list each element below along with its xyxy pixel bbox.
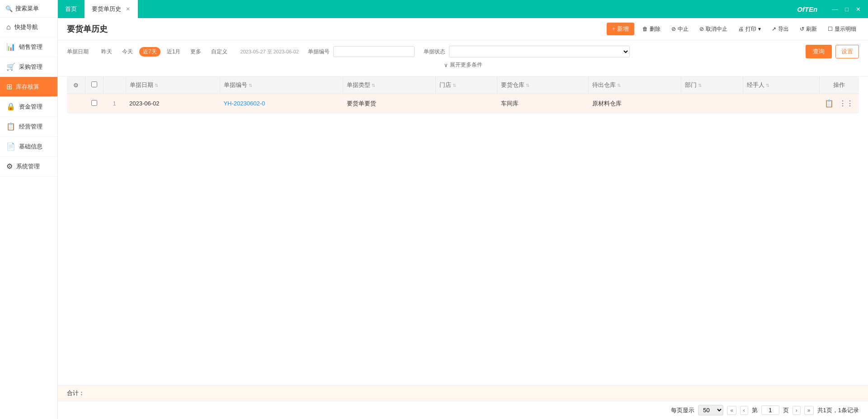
- cancel-stop-label: 取消中止: [706, 25, 727, 33]
- th-department[interactable]: 部门⇅: [681, 76, 743, 94]
- data-table: ⚙ 单据日期⇅ 单据编号⇅ 单据类型⇅ 门店⇅ 要货仓库⇅ 待出仓库⇅ 部门⇅ …: [67, 76, 859, 113]
- th-settings[interactable]: ⚙: [67, 76, 85, 94]
- date-btn-yesterday[interactable]: 昨天: [98, 47, 116, 57]
- page-header: 要货单历史 + 新增 🗑 删除 ⊘ 中止 ⊘ 取消中止 🖨 打印: [58, 18, 868, 40]
- refresh-button[interactable]: ↺ 刷新: [797, 24, 820, 35]
- cancel-stop-button[interactable]: ⊘ 取消中止: [697, 24, 730, 35]
- stop-label: 中止: [678, 25, 689, 33]
- date-btn-7days[interactable]: 近7天: [139, 47, 160, 57]
- query-button[interactable]: 查询: [806, 45, 832, 58]
- sidebar-item-operation[interactable]: 📋 经营管理: [0, 117, 57, 137]
- th-store-label: 门店: [439, 81, 451, 88]
- first-page-button[interactable]: «: [727, 406, 736, 415]
- per-page-label: 每页显示: [671, 406, 694, 414]
- top-bar: 首页 要货单历史 ✕ OfTEn — □ ✕: [58, 0, 868, 18]
- sidebar: 🔍 搜索菜单 ⌂ 快捷导航 📊 销售管理 🛒 采购管理 ⊞ 库存核算 🔒 资金管…: [0, 0, 58, 419]
- tab-history[interactable]: 要货单历史 ✕: [85, 0, 138, 18]
- cell-num: 1: [103, 94, 126, 113]
- th-req-warehouse[interactable]: 要货仓库⇅: [497, 76, 589, 94]
- table-footer: 合计：: [58, 385, 868, 401]
- stop-button[interactable]: ⊘ 中止: [669, 24, 691, 35]
- maximize-icon[interactable]: □: [845, 6, 849, 13]
- sidebar-item-inventory[interactable]: ⊞ 库存核算: [0, 77, 57, 97]
- sort-icon-doc-type: ⇅: [372, 83, 375, 88]
- expand-more-button[interactable]: ∨ 展开更多条件: [67, 58, 859, 71]
- row-more-icon[interactable]: ⋮⋮: [837, 98, 855, 109]
- page-title: 要货单历史: [67, 24, 607, 34]
- add-button[interactable]: + 新增: [607, 23, 634, 35]
- display-detail-button[interactable]: ☐ 显示明细: [825, 24, 859, 35]
- cell-store: [435, 94, 497, 113]
- date-btn-more[interactable]: 更多: [187, 47, 205, 57]
- tab-history-label: 要货单历史: [92, 5, 121, 13]
- table-row: 1 2023-06-02 YH-20230602-0 要货单要货 车间库 原材料…: [67, 94, 859, 113]
- select-all-checkbox[interactable]: [91, 81, 97, 87]
- filter-doc-number-group: 单据编号: [308, 46, 415, 57]
- export-button[interactable]: ↗ 导出: [769, 24, 792, 35]
- page-label: 第: [752, 406, 758, 414]
- date-btn-custom[interactable]: 自定义: [208, 47, 231, 57]
- sidebar-item-purchase[interactable]: 🛒 采购管理: [0, 57, 57, 77]
- cancel-stop-icon: ⊘: [699, 26, 704, 32]
- sidebar-item-quick-nav[interactable]: ⌂ 快捷导航: [0, 18, 57, 37]
- minimize-icon[interactable]: —: [832, 6, 838, 13]
- filter-row: 单据日期 昨天 今天 近7天 近1月 更多 自定义 2023-05-27 至 2…: [67, 45, 859, 58]
- next-page-button[interactable]: ›: [793, 406, 801, 415]
- toolbar: + 新增 🗑 删除 ⊘ 中止 ⊘ 取消中止 🖨 打印 ▾: [607, 23, 859, 35]
- th-handler[interactable]: 经手人⇅: [743, 76, 819, 94]
- doc-number-input[interactable]: [333, 46, 415, 57]
- checkbox-icon: ☐: [828, 26, 833, 32]
- sidebar-item-label: 资金管理: [19, 103, 42, 111]
- top-bar-right: OfTEn — □ ✕: [790, 5, 868, 13]
- clipboard-icon: 📋: [6, 122, 15, 131]
- filter-date-range: 2023-05-27 至 2023-06-02: [240, 48, 299, 55]
- sort-icon-doc-no: ⇅: [249, 83, 252, 88]
- home-icon: ⌂: [6, 23, 11, 31]
- th-doc-type[interactable]: 单据类型⇅: [343, 76, 436, 94]
- close-icon[interactable]: ✕: [856, 6, 861, 13]
- page-number-input[interactable]: [761, 405, 779, 415]
- status-select[interactable]: [449, 46, 630, 57]
- table-header-row: ⚙ 单据日期⇅ 单据编号⇅ 单据类型⇅ 门店⇅ 要货仓库⇅ 待出仓库⇅ 部门⇅ …: [67, 76, 859, 94]
- th-pending-warehouse[interactable]: 待出仓库⇅: [589, 76, 681, 94]
- cell-doc-no: YH-20230602-0: [220, 94, 343, 113]
- doc-number-label: 单据编号: [308, 48, 330, 56]
- cell-pending-warehouse: 原材料仓库: [589, 94, 681, 113]
- main-area: 首页 要货单历史 ✕ OfTEn — □ ✕ 要货单历史 + 新增 🗑 删除 ⊘: [58, 0, 868, 419]
- print-icon: 🖨: [738, 26, 744, 32]
- tab-home-label: 首页: [65, 5, 77, 13]
- sidebar-item-system[interactable]: ⚙ 系统管理: [0, 157, 57, 176]
- sort-icon-department: ⇅: [698, 83, 702, 88]
- cell-doc-type: 要货单要货: [343, 94, 436, 113]
- cell-settings: [67, 94, 85, 113]
- th-date-label: 单据日期: [130, 81, 153, 88]
- filter-status-group: 单据状态: [424, 46, 797, 57]
- sidebar-item-finance[interactable]: 🔒 资金管理: [0, 97, 57, 117]
- print-button[interactable]: 🖨 打印 ▾: [736, 24, 764, 35]
- th-date[interactable]: 单据日期⇅: [126, 76, 220, 94]
- doc-no-link[interactable]: YH-20230602-0: [223, 100, 265, 107]
- row-checkbox[interactable]: [91, 100, 97, 106]
- tab-home[interactable]: 首页: [58, 0, 85, 18]
- sidebar-item-sales[interactable]: 📊 销售管理: [0, 37, 57, 57]
- date-btn-1month[interactable]: 近1月: [163, 47, 184, 57]
- delete-button[interactable]: 🗑 删除: [640, 24, 663, 35]
- filter-actions: 查询 设置: [806, 45, 859, 58]
- th-store[interactable]: 门店⇅: [435, 76, 497, 94]
- row-edit-icon[interactable]: 📋: [823, 98, 835, 109]
- tab-close-icon[interactable]: ✕: [126, 6, 130, 12]
- th-doc-no[interactable]: 单据编号⇅: [220, 76, 343, 94]
- last-page-button[interactable]: »: [804, 406, 814, 415]
- sidebar-search-label: 搜索菜单: [15, 5, 39, 13]
- prev-page-button[interactable]: ‹: [740, 406, 748, 415]
- th-doc-no-label: 单据编号: [224, 81, 247, 88]
- print-chevron-icon: ▾: [758, 26, 761, 32]
- cell-checkbox[interactable]: [85, 94, 103, 113]
- print-label: 打印: [745, 25, 756, 33]
- sidebar-item-basic[interactable]: 📄 基础信息: [0, 137, 57, 157]
- sidebar-item-label: 库存核算: [16, 83, 39, 91]
- date-btn-today[interactable]: 今天: [118, 47, 137, 57]
- sidebar-search[interactable]: 🔍 搜索菜单: [0, 0, 57, 18]
- per-page-select[interactable]: 2050100200: [698, 405, 723, 415]
- setting-button[interactable]: 设置: [835, 45, 859, 58]
